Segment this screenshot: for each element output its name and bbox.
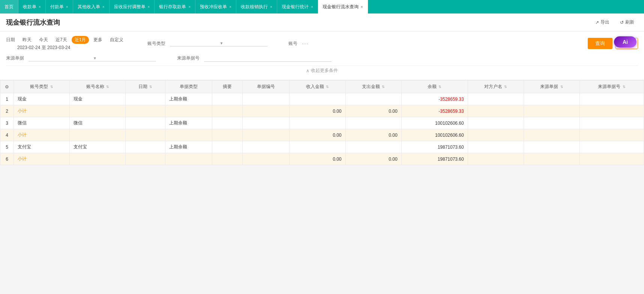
date-opt-custom[interactable]: 自定义 [107, 36, 126, 44]
source-doc-select[interactable]: ▼ [29, 55, 156, 61]
collapse-bar[interactable]: ∧ 收起更多条件 [6, 66, 638, 75]
cell-doc-type [165, 129, 212, 141]
cell-income: 0.00 [290, 153, 345, 165]
cell-num: 2 [0, 105, 14, 117]
data-table: ⚙ 账号类型 ⇅ 账号名称 ⇅ 日期 ⇅ 单据类型 摘要 [0, 80, 644, 165]
col-source-doc-label: 来源单据 [540, 84, 558, 89]
nav-bank-deposit[interactable]: 银行存取款单 × [155, 0, 195, 13]
table-row[interactable]: 4 小计 0.00 0.00 100102606.60 [0, 129, 644, 141]
date-opt-7days[interactable]: 近7天 [53, 36, 70, 44]
table-row[interactable]: 2 小计 0.00 0.00 -3528659.33 [0, 105, 644, 117]
cell-summary [212, 129, 243, 141]
col-source-doc-no[interactable]: 来源单据号 ⇅ [580, 81, 644, 93]
sort-icon: ⇅ [149, 85, 152, 89]
col-account-name[interactable]: 账号名称 ⇅ [70, 81, 126, 93]
collapse-label: 收起更多条件 [311, 67, 338, 74]
cell-expense: 0.00 [345, 153, 401, 165]
close-icon[interactable]: × [102, 5, 105, 9]
close-icon[interactable]: × [270, 5, 272, 9]
cell-counterparty [468, 105, 524, 117]
col-account-type[interactable]: 账号类型 ⇅ [14, 81, 70, 93]
header-bar: 现金银行流水查询 ↗ 导出 ↺ 刷新 [0, 13, 644, 31]
close-icon[interactable]: × [188, 5, 191, 9]
sort-icon: ⇅ [438, 85, 441, 89]
nav-ar-ap-adjust[interactable]: 应收应付调整单 × [110, 0, 155, 13]
table-row[interactable]: 5 支付宝 支付宝 上期余额 19871073.60 [0, 141, 644, 153]
col-date[interactable]: 日期 ⇅ [126, 81, 165, 93]
col-source-doc[interactable]: 来源单据 ⇅ [524, 81, 579, 93]
cell-account-name: 现金 [70, 93, 126, 105]
col-summary[interactable]: 摘要 [212, 81, 243, 93]
table-row[interactable]: 6 小计 0.00 0.00 19871073.60 [0, 153, 644, 165]
col-income[interactable]: 收入金额 ⇅ [290, 81, 345, 93]
date-range: 2023-02-24 至 2023-03-24 [17, 45, 70, 51]
cell-doc-type [165, 105, 212, 117]
cell-source-doc-no [580, 93, 644, 105]
cell-balance: 19871073.60 [401, 141, 468, 153]
date-opt-more[interactable]: 更多 [90, 36, 105, 44]
close-icon[interactable]: × [229, 5, 231, 9]
cell-num: 6 [0, 153, 14, 165]
date-opt-yesterday[interactable]: 昨天 [20, 36, 35, 44]
cell-doc-type [165, 153, 212, 165]
chevron-down-icon: ▼ [219, 41, 265, 45]
nav-cash-bank-stat[interactable]: 现金银行统计 × [277, 0, 318, 13]
filter-area: 日期 昨天 今天 近7天 近1月 更多 自定义 2023-02-24 至 202… [0, 31, 644, 80]
col-doc-type[interactable]: 单据类型 [165, 81, 212, 93]
cell-balance: 100102606.60 [401, 129, 468, 141]
cell-account-name: 支付宝 [70, 141, 126, 153]
cell-summary [212, 117, 243, 129]
col-counterparty[interactable]: 对方户名 ⇅ [468, 81, 524, 93]
gear-icon[interactable]: ⚙ [5, 84, 9, 90]
source-doc-num-input[interactable] [204, 55, 332, 62]
export-button[interactable]: ↗ 导出 [591, 18, 613, 27]
cell-balance: -3528659.33 [401, 105, 468, 117]
cell-source-doc-no [580, 117, 644, 129]
cell-num: 5 [0, 141, 14, 153]
col-gear[interactable]: ⚙ [0, 81, 14, 93]
nav-cash-bank-ledger[interactable]: 现金银行流水查询 × [318, 0, 368, 13]
cell-counterparty [468, 117, 524, 129]
cell-account-name [70, 129, 126, 141]
col-balance[interactable]: 余额 ⇅ [401, 81, 468, 93]
cell-source-doc-no [580, 153, 644, 165]
cell-doc-no [243, 141, 290, 153]
cell-source-doc [524, 141, 579, 153]
col-expense[interactable]: 支出金额 ⇅ [345, 81, 401, 93]
cell-account-name [70, 105, 126, 117]
close-icon[interactable]: × [148, 5, 150, 9]
query-button[interactable]: 查询 [588, 38, 612, 49]
cell-income [290, 117, 345, 129]
account-type-select[interactable]: ▼ [170, 40, 267, 46]
close-icon[interactable]: × [311, 5, 313, 9]
refresh-icon: ↺ [620, 20, 624, 25]
cell-balance: 100102606.60 [401, 117, 468, 129]
date-opt-1month[interactable]: 近1月 [72, 36, 89, 44]
nav-receipt-exec[interactable]: 收款核销执行 × [236, 0, 277, 13]
col-account-type-label: 账号类型 [30, 84, 48, 89]
ai-button[interactable]: Ai [614, 36, 636, 48]
account-type-label: 账号类型 [147, 40, 165, 47]
close-icon[interactable]: × [66, 5, 68, 9]
cell-account-name [70, 153, 126, 165]
date-opt-today[interactable]: 今天 [36, 36, 51, 44]
nav-prepay-offset[interactable]: 预收冲应收单 × [195, 0, 236, 13]
nav-payment[interactable]: 付款单 × [46, 0, 73, 13]
cell-account-type: 现金 [14, 93, 70, 105]
cell-source-doc [524, 105, 579, 117]
cell-account-type: 小计 [14, 153, 70, 165]
close-icon[interactable]: × [361, 5, 363, 9]
refresh-button[interactable]: ↺ 刷新 [616, 18, 638, 27]
table-row[interactable]: 3 微信 微信 上期余额 100102606.60 [0, 117, 644, 129]
nav-receipt[interactable]: 收款单 × [18, 0, 46, 13]
account-more-btn[interactable]: ··· [302, 40, 309, 46]
close-icon[interactable]: × [39, 5, 41, 9]
cell-doc-no [243, 93, 290, 105]
nav-other-income[interactable]: 其他收入单 × [73, 0, 110, 13]
table-header-row: ⚙ 账号类型 ⇅ 账号名称 ⇅ 日期 ⇅ 单据类型 摘要 [0, 81, 644, 93]
col-doc-no[interactable]: 单据编号 [243, 81, 290, 93]
table-container: ⚙ 账号类型 ⇅ 账号名称 ⇅ 日期 ⇅ 单据类型 摘要 [0, 80, 644, 165]
cell-date [126, 105, 165, 117]
nav-home[interactable]: 首页 [0, 0, 18, 13]
table-row[interactable]: 1 现金 现金 上期余额 -3528659.33 [0, 93, 644, 105]
